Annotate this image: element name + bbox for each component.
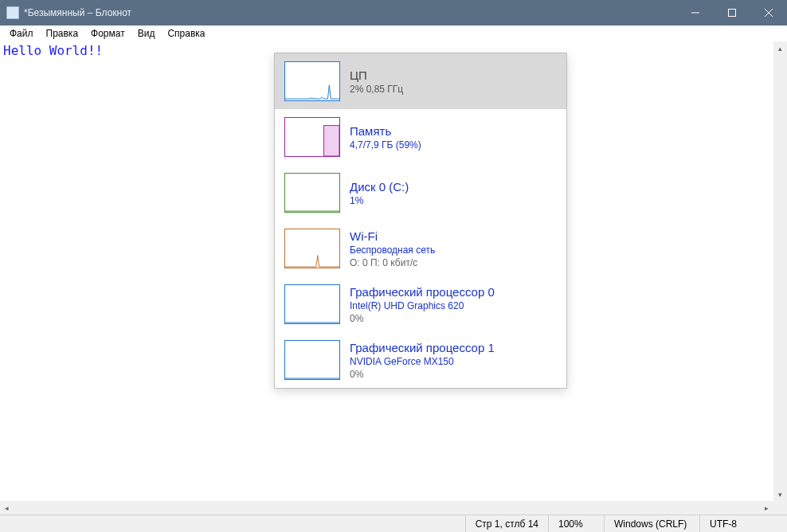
titlebar[interactable]: *Безымянный – Блокнот [0,0,787,25]
perf-cpu-chart [284,61,340,101]
status-encoding: UTF-8 [699,515,787,532]
menu-format[interactable]: Формат [84,26,131,41]
perf-wifi-sub: Беспроводная сеть [350,244,435,256]
perf-wifi-chart [284,229,340,268]
perf-cpu-title: ЦП [350,68,403,82]
perf-memory-title: Память [350,124,421,138]
perf-memory-chart [284,117,340,157]
statusbar: Стр 1, стлб 14 100% Windows (CRLF) UTF-8 [0,514,787,532]
window-title: *Безымянный – Блокнот [24,7,677,18]
maximize-button[interactable] [714,0,750,25]
scroll-track[interactable] [14,501,760,514]
perf-overlay: ЦП 2% 0,85 ГГц Память 4,7/7,9 ГБ (59%) Д… [274,53,567,389]
perf-gpu0-sub: Intel(R) UHD Graphics 620 [350,300,495,311]
scroll-up-icon[interactable]: ▴ [773,41,787,55]
scroll-down-icon[interactable]: ▾ [773,487,787,501]
svg-rect-1 [324,126,339,156]
editor-area: Hello World!! ▴ ▾ ◂ ▸ ЦП 2% 0,85 ГГц Пам… [0,41,787,514]
perf-gpu1-chart [284,340,340,380]
perf-wifi-title: Wi-Fi [350,229,435,243]
menu-help[interactable]: Справка [161,26,211,41]
scroll-right-icon[interactable]: ▸ [760,501,773,514]
perf-gpu1[interactable]: Графический процессор 1 NVIDIA GeForce M… [275,332,566,388]
perf-disk-chart [284,173,340,213]
perf-gpu1-title: Графический процессор 1 [350,341,495,354]
status-position: Стр 1, стлб 14 [465,515,548,532]
window-controls [677,0,787,25]
perf-cpu-sub: 2% 0,85 ГГц [350,84,403,95]
perf-gpu0-chart [284,284,340,324]
perf-disk[interactable]: Диск 0 (C:) 1% [275,165,566,221]
perf-memory-sub: 4,7/7,9 ГБ (59%) [350,139,421,151]
menu-file[interactable]: Файл [3,26,40,41]
status-eol: Windows (CRLF) [604,515,699,532]
notepad-icon [6,6,19,19]
perf-gpu0-sub2: 0% [350,313,495,324]
menu-edit[interactable]: Правка [40,26,85,41]
perf-disk-title: Диск 0 (C:) [350,180,409,194]
status-zoom: 100% [548,515,604,532]
svg-rect-0 [729,10,736,17]
menu-view[interactable]: Вид [131,26,162,41]
perf-gpu1-sub: NVIDIA GeForce MX150 [350,356,495,367]
horizontal-scrollbar[interactable]: ◂ ▸ [0,501,773,514]
perf-wifi-sub2: О: 0 П: 0 кбит/с [350,257,435,268]
perf-memory[interactable]: Память 4,7/7,9 ГБ (59%) [275,109,566,165]
close-button[interactable] [750,0,787,25]
menubar: Файл Правка Формат Вид Справка [0,25,787,41]
perf-disk-sub: 1% [350,195,409,206]
scroll-track[interactable] [773,55,787,487]
perf-gpu0[interactable]: Графический процессор 0 Intel(R) UHD Gra… [275,276,566,332]
perf-gpu1-sub2: 0% [350,369,495,380]
perf-cpu[interactable]: ЦП 2% 0,85 ГГц [275,53,566,109]
scrollbar-corner [773,501,787,514]
perf-wifi[interactable]: Wi-Fi Беспроводная сеть О: 0 П: 0 кбит/с [275,221,566,276]
minimize-button[interactable] [677,0,714,25]
perf-gpu0-title: Графический процессор 0 [350,285,495,299]
scroll-left-icon[interactable]: ◂ [0,501,14,514]
vertical-scrollbar[interactable]: ▴ ▾ [773,41,787,501]
